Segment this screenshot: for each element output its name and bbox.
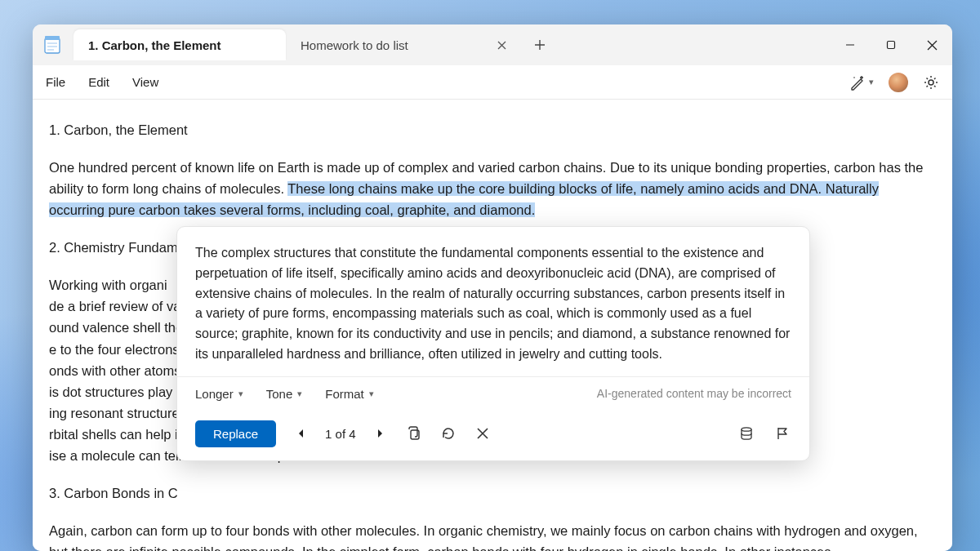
titlebar: 1. Carbon, the Element Homework to do li… [33, 24, 952, 65]
ai-disclaimer: AI-generated content may be incorrect [597, 387, 791, 400]
heading-3: 3. Carbon Bonds in C [49, 482, 936, 504]
ai-actions-row: Replace 1 of 4 [177, 411, 809, 460]
paragraph-1: One hundred percent of known life on Ear… [49, 157, 936, 220]
menu-file[interactable]: File [46, 75, 65, 89]
copy-icon[interactable] [405, 424, 423, 442]
close-icon[interactable] [495, 38, 508, 51]
chevron-down-icon: ▾ [869, 77, 874, 87]
replace-button[interactable]: Replace [195, 420, 276, 447]
maximize-button[interactable] [871, 24, 911, 65]
paragraph-3: Again, carbon can form up to four bonds … [49, 520, 936, 551]
svg-rect-6 [888, 42, 895, 49]
ai-suggestion-text: The complex structures that constitute t… [177, 227, 809, 376]
flag-icon[interactable] [773, 424, 791, 442]
svg-point-8 [929, 80, 933, 85]
chevron-down-icon: ▾ [369, 389, 374, 399]
pagination-indicator: 1 of 4 [325, 427, 356, 441]
svg-point-7 [853, 77, 855, 78]
gear-icon[interactable] [923, 74, 939, 91]
ai-rewrite-button[interactable]: ▾ [849, 74, 874, 91]
window-controls [830, 24, 952, 65]
minimize-button[interactable] [830, 24, 871, 65]
chevron-down-icon: ▾ [297, 389, 302, 399]
database-icon[interactable] [737, 424, 755, 442]
tab-label: Homework to do list [301, 38, 408, 52]
avatar[interactable] [889, 73, 908, 92]
next-suggestion-button[interactable] [372, 425, 389, 442]
tab-inactive[interactable]: Homework to do list [286, 29, 523, 60]
prev-suggestion-button[interactable] [292, 425, 309, 442]
option-tone[interactable]: Tone ▾ [266, 387, 303, 401]
new-tab-button[interactable] [526, 31, 554, 59]
regenerate-icon[interactable] [439, 424, 457, 442]
tab-active[interactable]: 1. Carbon, the Element [74, 29, 286, 60]
heading-1: 1. Carbon, the Element [49, 119, 936, 140]
chevron-down-icon: ▾ [238, 389, 243, 399]
menu-edit[interactable]: Edit [88, 75, 109, 89]
close-button[interactable] [911, 24, 952, 65]
ai-rewrite-popup: The complex structures that constitute t… [176, 226, 810, 461]
tab-label: 1. Carbon, the Element [88, 38, 221, 52]
dismiss-icon[interactable] [474, 424, 492, 442]
ai-options-row: Longer ▾ Tone ▾ Format ▾ AI-generated co… [177, 376, 809, 411]
tab-strip: 1. Carbon, the Element Homework to do li… [74, 29, 830, 60]
svg-rect-0 [45, 38, 60, 53]
option-format[interactable]: Format ▾ [325, 387, 374, 401]
svg-point-10 [742, 428, 751, 431]
svg-rect-1 [45, 36, 60, 40]
menu-view[interactable]: View [132, 75, 158, 89]
notepad-app-icon [42, 35, 62, 55]
option-longer[interactable]: Longer ▾ [195, 387, 243, 401]
menubar: File Edit View ▾ [33, 65, 952, 100]
